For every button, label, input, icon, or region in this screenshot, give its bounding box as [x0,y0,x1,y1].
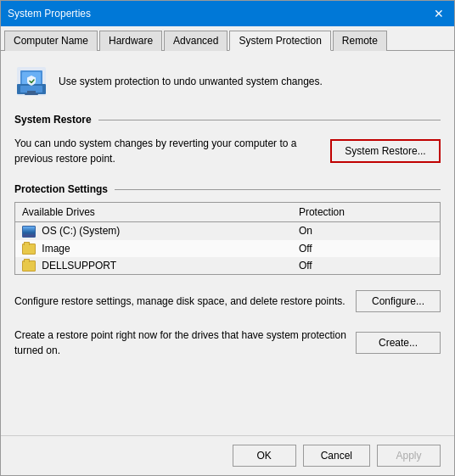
os-drive-icon [22,226,36,238]
tab-hardware[interactable]: Hardware [99,31,162,51]
ok-button[interactable]: OK [233,445,296,467]
restore-description: You can undo system changes by reverting… [14,136,322,166]
window-title: System Properties [8,8,91,20]
system-restore-area: You can undo system changes by reverting… [14,132,441,173]
footer: OK Cancel Apply [1,435,454,475]
info-text: Use system protection to undo unwanted s… [59,76,323,87]
section-divider-2 [115,189,441,190]
tab-remote[interactable]: Remote [333,31,387,51]
shield-icon [14,64,48,98]
folder-icon-2 [22,260,36,272]
cancel-button[interactable]: Cancel [303,445,370,467]
configure-row: Configure restore settings, manage disk … [14,290,441,312]
svg-rect-6 [25,93,38,95]
table-row[interactable]: Image Off [15,240,441,257]
protection-settings-section: Protection Settings Available Drives Pro… [14,183,441,275]
create-button[interactable]: Create... [356,332,441,354]
table-header-row: Available Drives Protection [15,203,441,222]
drive-os-protection: On [292,222,441,240]
create-row: Create a restore point right now for the… [14,328,441,358]
drive-image-protection: Off [292,240,441,257]
system-restore-header: System Restore [14,114,441,126]
drive-dellsupport-protection: Off [292,257,441,275]
col-header-protection: Protection [292,203,441,222]
system-restore-title: System Restore [14,114,92,126]
col-header-drives: Available Drives [15,203,292,222]
info-row: Use system protection to undo unwanted s… [14,61,441,102]
svg-rect-5 [27,91,36,93]
configure-description: Configure restore settings, manage disk … [14,294,347,309]
tab-advanced[interactable]: Advanced [164,31,228,51]
apply-button[interactable]: Apply [377,445,441,467]
tab-computer-name[interactable]: Computer Name [4,31,98,51]
tab-system-protection[interactable]: System Protection [229,31,330,51]
drives-table: Available Drives Protection OS (C:) (Sys… [14,202,441,275]
system-restore-section: System Restore You can undo system chang… [14,114,441,173]
table-row[interactable]: DELLSUPPORT Off [15,257,441,275]
section-divider [98,120,441,120]
configure-button[interactable]: Configure... [356,290,441,312]
drive-os-name: OS (C:) (System) [15,222,292,240]
protection-settings-title: Protection Settings [14,183,108,195]
content-area: Use system protection to undo unwanted s… [1,51,454,435]
title-bar: System Properties ✕ [1,1,454,26]
drive-dellsupport-name: DELLSUPPORT [15,257,292,275]
drive-image-name: Image [15,240,292,257]
protection-settings-header: Protection Settings [14,183,441,195]
tab-bar: Computer Name Hardware Advanced System P… [1,26,454,51]
folder-icon [22,244,36,255]
system-restore-button[interactable]: System Restore... [330,139,441,163]
create-description: Create a restore point right now for the… [14,328,347,358]
table-row[interactable]: OS (C:) (System) On [15,222,441,240]
close-button[interactable]: ✕ [430,5,447,22]
system-properties-window: System Properties ✕ Computer Name Hardwa… [0,0,455,476]
